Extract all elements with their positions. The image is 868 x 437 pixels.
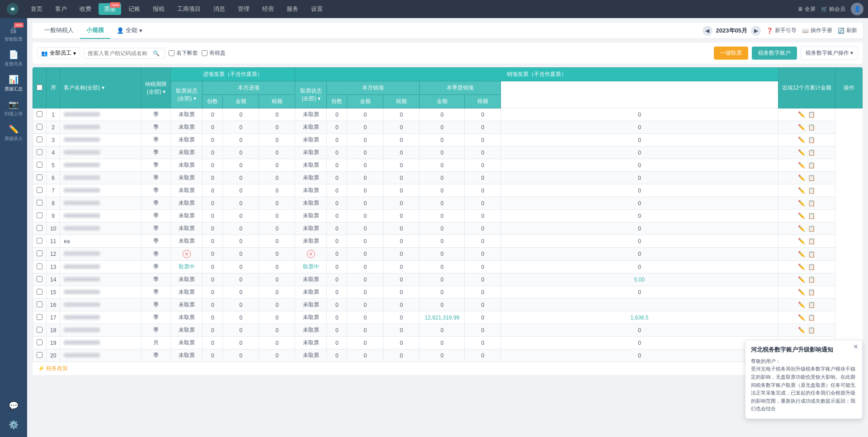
refresh-btn[interactable]: 🔄 刷新 [838, 27, 857, 34]
search-input[interactable] [88, 50, 151, 56]
edit-btn[interactable]: ✏️ [798, 251, 805, 258]
th-out-status[interactable]: 取票状态(全部) ▾ [295, 81, 327, 108]
copy-btn[interactable]: 📋 [808, 136, 815, 143]
edit-btn[interactable]: ✏️ [798, 314, 805, 321]
row-checkbox[interactable] [37, 327, 42, 333]
notification-close-btn[interactable]: ✕ [853, 343, 859, 350]
copy-btn[interactable]: 📋 [808, 149, 815, 156]
nav-manage[interactable]: 管理 [232, 3, 255, 15]
nav-invoice[interactable]: 票据 new [99, 3, 121, 15]
copy-btn[interactable]: 📋 [808, 301, 815, 308]
edit-btn[interactable]: ✏️ [798, 212, 805, 219]
new-guide-btn[interactable]: ❓ 新手引导 [766, 27, 797, 34]
row-checkbox[interactable] [37, 352, 42, 358]
copy-btn[interactable]: 📋 [808, 238, 815, 244]
copy-btn[interactable]: 📋 [808, 289, 815, 296]
checkbox-tax[interactable] [202, 50, 208, 56]
edit-btn[interactable]: ✏️ [798, 276, 805, 283]
edit-btn[interactable]: ✏️ [798, 200, 805, 207]
row-checkbox[interactable] [37, 162, 42, 168]
copy-btn[interactable]: 📋 [808, 111, 815, 118]
sidebar-item-message[interactable]: 💬 [7, 397, 20, 414]
row-checkbox[interactable] [37, 250, 42, 256]
nav-message[interactable]: 消息 [208, 3, 231, 15]
row-checkbox[interactable] [37, 174, 42, 180]
checkbox-ledger[interactable] [169, 50, 175, 56]
row-checkbox[interactable] [37, 276, 42, 282]
th-in-status[interactable]: 取票状态(全部) ▾ [171, 81, 203, 108]
sidebar-item-settings[interactable]: ⚙️ [7, 416, 20, 433]
ytd-link[interactable]: 5.00 [634, 277, 645, 283]
nav-service[interactable]: 服务 [281, 3, 304, 15]
copy-btn[interactable]: 📋 [808, 276, 815, 283]
edit-btn[interactable]: ✏️ [798, 187, 805, 194]
prev-month-btn[interactable]: ◀ [703, 26, 712, 36]
row-checkbox[interactable] [37, 149, 42, 155]
nav-fee[interactable]: 收费 [74, 3, 97, 15]
edit-btn[interactable]: ✏️ [798, 162, 805, 169]
digital-account-btn[interactable]: 税务数字账户 [752, 47, 797, 60]
nav-settings[interactable]: 设置 [306, 3, 328, 15]
row-checkbox[interactable] [37, 124, 42, 130]
checkbox-tax-label[interactable]: 有税盘 [202, 49, 226, 57]
copy-btn[interactable]: 📋 [808, 124, 815, 131]
edit-btn[interactable]: ✏️ [798, 263, 805, 270]
digital-account-ops-btn[interactable]: 税务数字账户操作 ▾ [801, 46, 858, 60]
copy-btn[interactable]: 📋 [808, 162, 815, 169]
nav-operation[interactable]: 经营 [257, 3, 279, 15]
row-checkbox[interactable] [37, 225, 42, 231]
nav-tax[interactable]: 报税 [147, 3, 170, 15]
select-all-checkbox[interactable] [37, 85, 42, 90]
edit-btn[interactable]: ✏️ [798, 136, 805, 143]
row-checkbox[interactable] [37, 200, 42, 206]
manual-btn[interactable]: 📖 操作手册 [802, 27, 832, 34]
copy-btn[interactable]: 📋 [808, 174, 815, 181]
tab-small-scale[interactable]: 小规模 [80, 23, 110, 39]
one-click-invoice-btn[interactable]: 一键取票 [714, 47, 748, 60]
sidebar-item-scan[interactable]: 📷 扫描上传 [0, 96, 27, 121]
copy-btn[interactable]: 📋 [808, 212, 815, 219]
user-avatar[interactable]: 👤 [851, 3, 863, 15]
copy-btn[interactable]: 📋 [808, 225, 815, 232]
ytd-link[interactable]: 1,638.5 [630, 315, 648, 321]
row-checkbox[interactable] [37, 111, 42, 117]
next-month-btn[interactable]: ▶ [751, 26, 761, 36]
edit-btn[interactable]: ✏️ [798, 301, 805, 308]
edit-btn[interactable]: ✏️ [798, 289, 805, 296]
row-checkbox[interactable] [37, 314, 42, 320]
row-checkbox[interactable] [37, 339, 42, 345]
th-period[interactable]: 纳税期限(全部) ▾ [142, 68, 171, 108]
member-btn[interactable]: 🛒 购会员 [821, 5, 845, 13]
edit-btn[interactable]: ✏️ [798, 225, 805, 232]
row-checkbox[interactable] [37, 301, 42, 307]
sidebar-item-open-invoice[interactable]: 📄 发票开具 [0, 46, 27, 71]
row-checkbox[interactable] [37, 289, 42, 295]
edit-btn[interactable]: ✏️ [798, 327, 805, 334]
copy-btn[interactable]: 📋 [808, 251, 815, 258]
policy-link[interactable]: ⚡ 税务政策 [38, 365, 68, 372]
copy-btn[interactable]: 📋 [808, 263, 815, 270]
sidebar-item-smart-invoice[interactable]: 🖨 智能取票 new [0, 22, 27, 46]
tab-general-taxpayer[interactable]: 一般纳税人 [38, 23, 80, 39]
nav-accounting[interactable]: 记账 [123, 3, 146, 15]
fullscreen-btn[interactable]: 🖥 全屏 [797, 5, 815, 13]
row-checkbox[interactable] [37, 212, 42, 218]
row-checkbox[interactable] [37, 187, 42, 193]
copy-btn[interactable]: 📋 [808, 200, 815, 207]
copy-btn[interactable]: 📋 [808, 314, 815, 321]
nav-customer[interactable]: 客户 [50, 3, 72, 15]
tab-all[interactable]: 👤 全能 ▾ [110, 23, 149, 39]
sidebar-item-entry[interactable]: ✏️ 票据录入 [0, 121, 27, 146]
th-customer[interactable]: 客户名称(全部) ▾ [60, 68, 142, 108]
row-checkbox[interactable] [37, 136, 42, 142]
copy-btn[interactable]: 📋 [808, 187, 815, 194]
edit-btn[interactable]: ✏️ [798, 238, 805, 244]
nav-business[interactable]: 工商项目 [172, 3, 206, 15]
copy-btn[interactable]: 📋 [808, 327, 815, 334]
checkbox-ledger-label[interactable]: 名下帐套 [169, 49, 198, 57]
edit-btn[interactable]: ✏️ [798, 111, 805, 118]
row-checkbox[interactable] [37, 238, 42, 244]
row-checkbox[interactable] [37, 263, 42, 269]
nav-home[interactable]: 首页 [25, 3, 48, 15]
employee-select[interactable]: 👥 全部员工 ▾ [37, 47, 80, 59]
